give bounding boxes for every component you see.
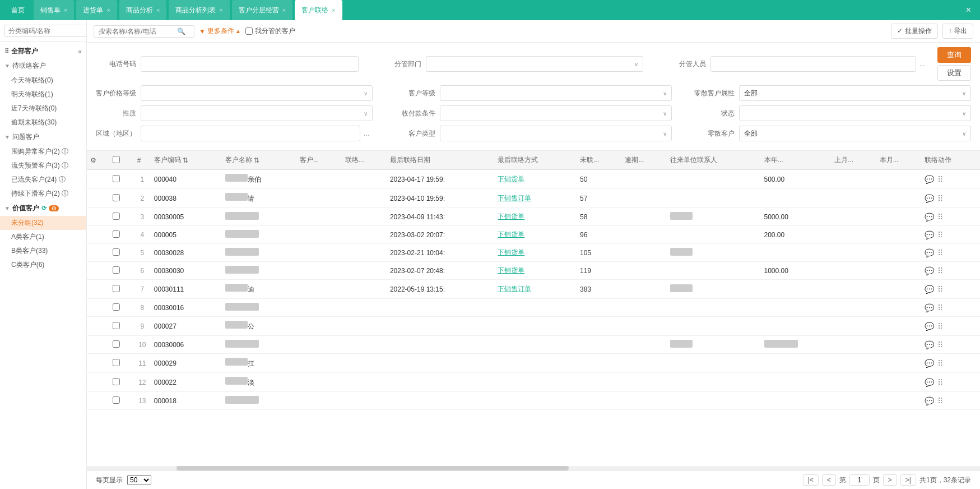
action-chat-icon[interactable]: 💬 [925,175,934,184]
tab-customer-tier[interactable]: 客户分层经营 × [232,0,292,20]
sidebar-item-ungroup[interactable]: 未分组(32) [0,216,86,230]
tab-customer-contact-close[interactable]: × [332,7,335,13]
action-more-icon[interactable]: ⠿ [937,285,943,294]
sidebar-group-problem[interactable]: ▼ 问题客户 [0,130,86,145]
tab-sales[interactable]: 销售单 × [34,0,74,20]
row-last-method[interactable]: 下销货单 [494,226,577,244]
table-settings-icon[interactable]: ⚙ [90,156,96,164]
refresh-icon[interactable]: ⟳ [41,205,47,212]
tab-purchase-close[interactable]: × [106,7,110,13]
action-more-icon[interactable]: ⠿ [937,303,943,312]
row-checkbox[interactable] [109,262,134,280]
row-select-checkbox[interactable] [113,340,120,348]
sidebar-item-today[interactable]: 今天待联络(0) [0,73,86,87]
sidebar-item-churned[interactable]: 已流失客户(24) ⓘ [0,173,86,187]
row-select-checkbox[interactable] [113,213,120,220]
dept-select[interactable]: ∨ [426,56,644,72]
phone-input[interactable] [141,56,359,72]
row-checkbox[interactable] [109,189,134,208]
row-select-checkbox[interactable] [113,266,120,274]
last-method-link[interactable]: 下销售订单 [498,194,531,202]
cust-level-select[interactable]: ∨ [440,85,672,101]
action-more-icon[interactable]: ⠿ [937,175,943,184]
action-more-icon[interactable]: ⠿ [937,378,943,387]
sidebar-group-value[interactable]: ▼ 价值客户 ⟳ ⊙ [0,201,86,216]
select-all-checkbox[interactable] [113,156,120,163]
row-checkbox[interactable] [109,208,134,226]
action-chat-icon[interactable]: 💬 [925,213,934,222]
status-select[interactable]: ∨ [739,105,971,121]
row-select-checkbox[interactable] [113,396,120,404]
row-checkbox[interactable] [109,354,134,373]
last-method-link[interactable]: 下销货单 [498,248,524,256]
last-method-link[interactable]: 下销货单 [498,230,524,238]
action-chat-icon[interactable]: 💬 [925,230,934,239]
action-chat-icon[interactable]: 💬 [925,359,934,368]
retail-attr-select[interactable]: 全部∨ [739,85,971,101]
sidebar-item-declining[interactable]: 持续下滑客户(2) ⓘ [0,187,86,201]
row-last-method[interactable]: 下销售订单 [494,280,577,299]
tab-home[interactable]: 首页 [4,0,31,20]
manager-input[interactable] [710,56,916,72]
col-name[interactable]: 客户名称 ⇅ [222,151,296,170]
row-select-checkbox[interactable] [113,378,120,385]
col-code[interactable]: 客户编码 ⇅ [151,151,222,170]
horizontal-scrollbar[interactable] [87,466,980,470]
sidebar-search-input[interactable] [4,25,87,37]
row-select-checkbox[interactable] [113,322,120,329]
last-method-link[interactable]: 下销货单 [498,213,524,220]
action-more-icon[interactable]: ⠿ [937,396,943,405]
tab-customer-contact[interactable]: 客户联络 × [295,0,342,20]
row-checkbox[interactable] [109,392,134,410]
all-customers-section[interactable]: ⠿ 全部客户 « [0,42,86,58]
sidebar-group-pending[interactable]: ▼ 待联络客户 [0,58,86,73]
row-last-method[interactable]: 下销货单 [494,208,577,226]
action-chat-icon[interactable]: 💬 [925,303,934,312]
row-select-checkbox[interactable] [113,303,120,311]
retail-select[interactable]: 全部∨ [739,126,971,141]
action-chat-icon[interactable]: 💬 [925,266,934,275]
my-customers-checkbox[interactable]: 我分管的客户 [245,26,295,36]
action-chat-icon[interactable]: 💬 [925,340,934,349]
action-chat-icon[interactable]: 💬 [925,396,934,405]
row-last-method[interactable]: 下销货单 [494,244,577,262]
row-last-method[interactable]: 下销货单 [494,170,577,189]
row-checkbox[interactable] [109,226,134,244]
scrollbar-thumb[interactable] [177,466,569,470]
sidebar-item-class-a[interactable]: A类客户(1) [0,230,86,244]
region-input[interactable] [141,126,360,141]
row-checkbox[interactable] [109,244,134,262]
sidebar-item-class-b[interactable]: B类客户(33) [0,244,86,258]
tab-product-analysis-close[interactable]: × [156,7,160,13]
row-checkbox[interactable] [109,280,134,299]
prev-page-button[interactable]: < [822,474,836,486]
more-conditions-button[interactable]: ▼ 更多条件 ▲ [199,26,241,36]
manager-dots-icon[interactable]: ... [916,60,928,68]
first-page-button[interactable]: |< [803,474,819,486]
next-page-button[interactable]: > [883,474,897,486]
action-more-icon[interactable]: ⠿ [937,340,943,349]
export-button[interactable]: ↑ 导出 [942,24,973,39]
tab-customer-tier-close[interactable]: × [282,7,286,13]
last-method-link[interactable]: 下销货单 [498,266,524,274]
sidebar-item-tomorrow[interactable]: 明天待联络(1) [0,87,86,102]
action-chat-icon[interactable]: 💬 [925,322,934,331]
tab-product-list[interactable]: 商品分析列表 × [169,0,229,20]
col-last-date[interactable]: 最后联络日期 [387,151,494,170]
row-select-checkbox[interactable] [113,230,120,238]
per-page-select[interactable]: 50 20 100 [127,475,151,485]
action-more-icon[interactable]: ⠿ [937,266,943,275]
action-more-icon[interactable]: ⠿ [937,194,943,203]
nature-select[interactable]: ∨ [141,105,373,121]
row-last-method[interactable]: 下销货单 [494,262,577,280]
reset-button[interactable]: 设置 [937,65,971,81]
col-checkbox[interactable] [109,151,134,170]
tab-sales-close[interactable]: × [64,7,67,13]
row-checkbox[interactable] [109,373,134,392]
price-level-select[interactable]: ∨ [141,85,373,101]
action-more-icon[interactable]: ⠿ [937,359,943,368]
sidebar-item-class-c[interactable]: C类客户(6) [0,258,86,272]
action-more-icon[interactable]: ⠿ [937,248,943,257]
col-gear[interactable]: ⚙ [87,151,109,170]
row-checkbox[interactable] [109,170,134,189]
